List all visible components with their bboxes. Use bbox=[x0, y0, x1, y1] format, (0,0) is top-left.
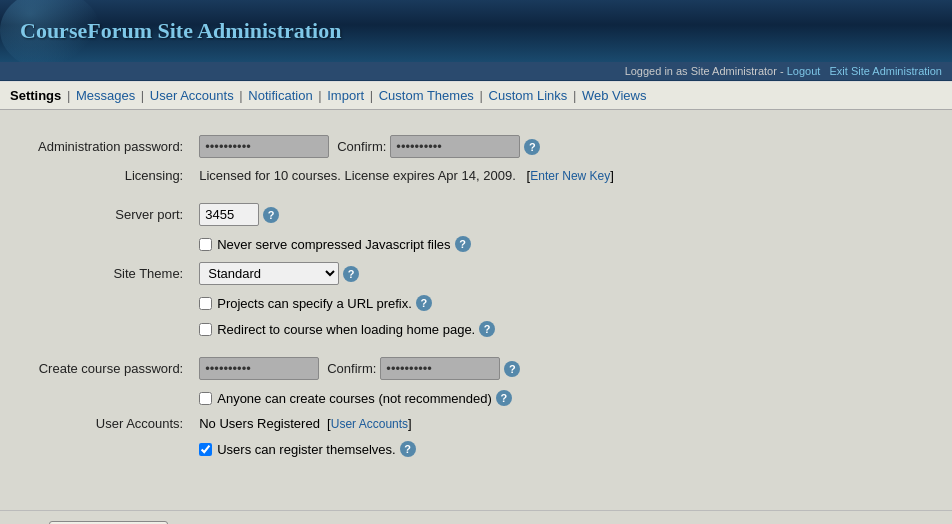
create-password-input[interactable] bbox=[199, 357, 319, 380]
nav-web-views[interactable]: Web Views bbox=[582, 88, 647, 103]
admin-password-cell: Confirm: ? bbox=[191, 130, 922, 163]
redirect-cell: Redirect to course when loading home pag… bbox=[191, 316, 922, 342]
site-theme-cell: Standard Blue Green Custom ? bbox=[191, 257, 922, 290]
url-prefix-help-icon[interactable]: ? bbox=[416, 295, 432, 311]
redirect-checkbox[interactable] bbox=[199, 323, 212, 336]
logout-link[interactable]: Logout bbox=[787, 65, 821, 77]
anyone-create-label: Anyone can create courses (not recommend… bbox=[217, 391, 492, 406]
create-password-label: Create course password: bbox=[30, 352, 191, 385]
create-confirm-label: Confirm: bbox=[327, 361, 376, 376]
never-serve-cell: Never serve compressed Javascript files … bbox=[191, 231, 922, 257]
anyone-create-checkbox[interactable] bbox=[199, 392, 212, 405]
nav-custom-themes[interactable]: Custom Themes bbox=[379, 88, 474, 103]
nav-messages[interactable]: Messages bbox=[76, 88, 135, 103]
top-bar: Logged in as Site Administrator - Logout… bbox=[0, 62, 952, 81]
server-port-cell: ? bbox=[191, 198, 922, 231]
logged-in-text: Logged in as Site Administrator - bbox=[625, 65, 784, 77]
nav-user-accounts[interactable]: User Accounts bbox=[150, 88, 234, 103]
user-accounts-cell: No Users Registered [User Accounts] bbox=[191, 411, 922, 436]
no-users-text: No Users Registered bbox=[199, 416, 320, 431]
users-register-checkbox[interactable] bbox=[199, 443, 212, 456]
confirm-label: Confirm: bbox=[337, 139, 386, 154]
user-accounts-link[interactable]: User Accounts bbox=[331, 417, 408, 431]
redirect-help-icon[interactable]: ? bbox=[479, 321, 495, 337]
users-register-cell: Users can register themselves. ? bbox=[191, 436, 922, 462]
users-register-row: Users can register themselves. ? bbox=[30, 436, 922, 462]
create-password-help-icon[interactable]: ? bbox=[504, 361, 520, 377]
admin-password-label: Administration password: bbox=[30, 130, 191, 163]
exit-site-admin-link[interactable]: Exit Site Administration bbox=[830, 65, 943, 77]
anyone-create-row: Anyone can create courses (not recommend… bbox=[30, 385, 922, 411]
redirect-label: Redirect to course when loading home pag… bbox=[217, 322, 475, 337]
header: CourseForum Site Administration bbox=[0, 0, 952, 62]
server-port-help-icon[interactable]: ? bbox=[263, 207, 279, 223]
never-serve-checkbox[interactable] bbox=[199, 238, 212, 251]
users-register-help-icon[interactable]: ? bbox=[400, 441, 416, 457]
url-prefix-cell: Projects can specify a URL prefix. ? bbox=[191, 290, 922, 316]
site-theme-label: Site Theme: bbox=[30, 257, 191, 290]
site-title: CourseForum Site Administration bbox=[20, 18, 341, 44]
nav-notification[interactable]: Notification bbox=[248, 88, 312, 103]
url-prefix-checkbox[interactable] bbox=[199, 297, 212, 310]
admin-confirm-input[interactable] bbox=[390, 135, 520, 158]
anyone-create-help-icon[interactable]: ? bbox=[496, 390, 512, 406]
user-accounts-row: User Accounts: No Users Registered [User… bbox=[30, 411, 922, 436]
never-serve-label: Never serve compressed Javascript files bbox=[217, 237, 450, 252]
nav-current: Settings bbox=[10, 88, 61, 103]
admin-password-help-icon[interactable]: ? bbox=[524, 139, 540, 155]
licensing-row: Licensing: Licensed for 10 courses. Lice… bbox=[30, 163, 922, 188]
licensing-text: Licensed for 10 courses. License expires… bbox=[199, 168, 516, 183]
site-theme-help-icon[interactable]: ? bbox=[343, 266, 359, 282]
licensing-label: Licensing: bbox=[30, 163, 191, 188]
main-content: Administration password: Confirm: ? Lice… bbox=[0, 110, 952, 510]
never-serve-row: Never serve compressed Javascript files … bbox=[30, 231, 922, 257]
title-rest: Site Administration bbox=[152, 18, 341, 43]
nav-bar: Settings | Messages | User Accounts | No… bbox=[0, 81, 952, 110]
server-port-label: Server port: bbox=[30, 198, 191, 231]
site-theme-row: Site Theme: Standard Blue Green Custom ? bbox=[30, 257, 922, 290]
url-prefix-row: Projects can specify a URL prefix. ? bbox=[30, 290, 922, 316]
user-accounts-label: User Accounts: bbox=[30, 411, 191, 436]
admin-password-row: Administration password: Confirm: ? bbox=[30, 130, 922, 163]
title-courseforum: CourseForum bbox=[20, 18, 152, 43]
admin-password-input[interactable] bbox=[199, 135, 329, 158]
licensing-cell: Licensed for 10 courses. License expires… bbox=[191, 163, 922, 188]
nav-import[interactable]: Import bbox=[327, 88, 364, 103]
create-password-row: Create course password: Confirm: ? bbox=[30, 352, 922, 385]
never-serve-help-icon[interactable]: ? bbox=[455, 236, 471, 252]
url-prefix-label: Projects can specify a URL prefix. bbox=[217, 296, 412, 311]
server-port-row: Server port: ? bbox=[30, 198, 922, 231]
site-theme-select[interactable]: Standard Blue Green Custom bbox=[199, 262, 339, 285]
redirect-row: Redirect to course when loading home pag… bbox=[30, 316, 922, 342]
server-port-input[interactable] bbox=[199, 203, 259, 226]
settings-table: Administration password: Confirm: ? Lice… bbox=[30, 130, 922, 462]
enter-new-key-link[interactable]: Enter New Key bbox=[530, 169, 610, 183]
create-confirm-input[interactable] bbox=[380, 357, 500, 380]
anyone-create-cell: Anyone can create courses (not recommend… bbox=[191, 385, 922, 411]
create-password-cell: Confirm: ? bbox=[191, 352, 922, 385]
nav-custom-links[interactable]: Custom Links bbox=[489, 88, 568, 103]
footer: ▶ Save Changes Exit Administration bbox=[0, 510, 952, 524]
users-register-label: Users can register themselves. bbox=[217, 442, 395, 457]
